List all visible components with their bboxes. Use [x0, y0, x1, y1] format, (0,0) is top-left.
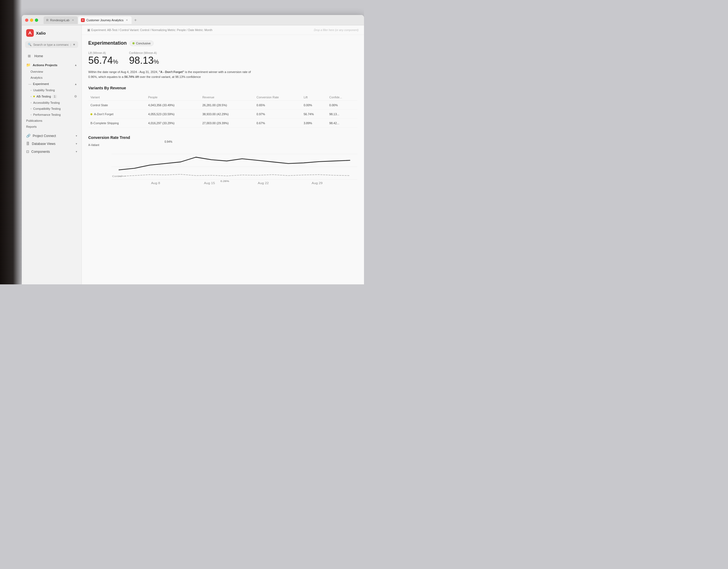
search-input[interactable] — [33, 43, 69, 46]
lift-value: 56.74% — [88, 56, 118, 65]
maximize-button[interactable] — [35, 19, 38, 22]
ab-testing-badge: 1 — [53, 95, 57, 98]
experimentation-title: Experimentation — [88, 40, 127, 46]
row2-confidence: 98.42... — [327, 119, 357, 128]
tab-label-rondesign: RondesignLab — [50, 19, 69, 22]
variants-section-title: Variants By Revenue — [88, 86, 357, 90]
experiment-section-label: Experiment — [33, 82, 49, 86]
app-name: Xalio — [36, 31, 46, 35]
winner-dot — [90, 113, 92, 115]
home-icon: ⊞ — [28, 54, 32, 58]
tab-favicon-analytics: X — [81, 18, 85, 22]
performance-testing-label: Performance Testing — [33, 113, 61, 116]
row0-variant: Control State — [88, 101, 146, 110]
collapse-dash-icon: — — [28, 82, 31, 86]
app-logo-icon — [26, 29, 34, 37]
sidebar-item-reports[interactable]: Reports — [22, 124, 81, 130]
bookmark-icon: ★ — [73, 43, 75, 46]
sidebar-item-ab-testing[interactable]: • AB-Testing 1 ⚙ — [22, 93, 81, 100]
tab-close-analytics[interactable]: ✕ — [125, 18, 129, 22]
tab-rondesign[interactable]: R RondesignLab ✕ — [44, 16, 78, 24]
confidence-unit: % — [154, 58, 159, 65]
projects-actions-label: Actions Projects — [33, 63, 57, 67]
desc-winner: "A - Don't Forget" — [159, 70, 184, 74]
sidebar-item-usability[interactable]: • Usability Testing — [22, 87, 81, 93]
row0-people: 4,043,356 (33.49%) — [146, 101, 200, 110]
usability-testing-label: Usability Testing — [33, 89, 55, 92]
title-bar: R RondesignLab ✕ X Customer Journey Anal… — [22, 15, 364, 25]
experiment-section-header[interactable]: — Experiment ▲ — [22, 81, 81, 87]
sidebar-item-accessibility[interactable]: • Accessibility Testing — [22, 100, 81, 106]
sidebar-item-database-views[interactable]: 🗄 Database Views ▾ — [22, 140, 81, 148]
row2-conversion: 0.67% — [254, 119, 302, 128]
content-area: Experimentation Conclusive Lift (Winner-… — [82, 35, 364, 284]
lift-unit: % — [113, 58, 118, 65]
search-icon: 🔍 — [28, 43, 32, 46]
main-content: ▣ Experiment: AB-Test / Control Variant:… — [82, 25, 364, 284]
minimize-button[interactable] — [30, 19, 33, 22]
bullet-accessibility: • — [31, 101, 32, 104]
sidebar-item-compatibility[interactable]: • Compatibility Testing — [22, 106, 81, 112]
filter-drop-hint: Drop a filter here (or any component) — [314, 29, 359, 32]
overview-label: Overview — [31, 70, 43, 73]
projects-arrow-icon: ▲ — [74, 63, 77, 66]
svg-text:Aug 15: Aug 15 — [204, 181, 215, 185]
svg-text:0.26%: 0.26% — [220, 180, 229, 182]
search-bar[interactable]: 🔍 | ★ — [25, 41, 78, 48]
tab-icon-rondesign: R — [46, 19, 48, 22]
chart-area: Conversion Rate Trend A-Vatiant 0.94% — [88, 135, 357, 187]
col-conversion: Conversion Rate — [254, 94, 302, 101]
sidebar-item-overview[interactable]: Overview — [22, 69, 81, 75]
experimentation-header: Experimentation Conclusive — [88, 40, 357, 46]
sidebar-item-components[interactable]: ⊡ Components ▾ — [22, 148, 81, 156]
chart-title: Conversion Rate Trend — [88, 135, 357, 140]
bullet-ab: • — [31, 95, 32, 98]
close-button[interactable] — [25, 19, 28, 22]
sidebar-item-analytics[interactable]: Analytics — [22, 75, 81, 81]
stat-confidence: Confidence (Winner-A) 98.13% — [129, 51, 159, 65]
chart-high-value: 0.94% — [165, 140, 172, 143]
breadcrumb-icon: ▣ — [87, 28, 90, 32]
sidebar-logo: Xalio — [22, 25, 81, 39]
tab-analytics[interactable]: X Customer Journey Analytics ✕ — [78, 16, 132, 24]
tab-close-rondesign[interactable]: ✕ — [71, 18, 75, 22]
experiment-arrow-icon: ▲ — [74, 83, 77, 86]
desc-confidence: over the control variant, at 98.13% conf… — [140, 75, 201, 78]
col-people: People — [146, 94, 200, 101]
row1-confidence: 98.13... — [327, 110, 357, 119]
row1-conversion: 0.97% — [254, 110, 302, 119]
sidebar-item-home[interactable]: ⊞ Home — [23, 52, 80, 60]
row2-revenue: 27,003.00 (29.39%) — [200, 119, 254, 128]
conclusive-dot — [132, 42, 135, 44]
tab-label-analytics: Customer Journey Analytics — [86, 19, 123, 22]
row1-lift: 56.74% — [301, 110, 327, 119]
row2-people: 4,016,297 (33.29%) — [146, 119, 200, 128]
reports-label: Reports — [26, 125, 37, 128]
gear-icon[interactable]: ⚙ — [74, 95, 77, 98]
col-variant: Variant — [88, 94, 146, 101]
confidence-value: 98.13% — [129, 56, 159, 65]
sidebar-item-publications[interactable]: Publications — [22, 118, 81, 124]
experiment-description: Within the date range of Aug 4, 2024 - A… — [88, 70, 252, 79]
components-arrow: ▾ — [76, 150, 77, 153]
conclusive-badge: Conclusive — [129, 41, 154, 46]
sidebar-item-performance[interactable]: • Performance Testing — [22, 112, 81, 118]
col-confidence: Confide... — [327, 94, 357, 101]
accessibility-testing-label: Accessibility Testing — [33, 101, 60, 104]
desc-line1: Within the date range of Aug 4, 2024 - A… — [88, 70, 158, 74]
stat-lift: Lift (Winner-A) 56.74% — [88, 51, 118, 65]
database-views-label: Database Views — [32, 142, 56, 146]
publications-label: Publications — [26, 119, 42, 122]
table-row: A-Don't Forget 4,055,523 (33.59%) 38,933… — [88, 110, 357, 119]
desc-lift-value: 56.74% lift — [124, 75, 139, 78]
breadcrumb: ▣ Experiment: AB-Test / Control Variant:… — [82, 25, 364, 35]
variants-table: Variant People Revenue Conversion Rate L… — [88, 94, 357, 128]
new-tab-button[interactable]: + — [132, 17, 139, 23]
projects-actions-header[interactable]: 📁 Actions Projects ▲ — [22, 61, 81, 69]
ab-testing-active-dot — [33, 96, 35, 97]
row0-conversion: 0.65% — [254, 101, 302, 110]
row1-revenue: 38,933.00 (42.29%) — [200, 110, 254, 119]
row0-confidence: 0.00% — [327, 101, 357, 110]
sidebar-item-project-connect[interactable]: 🔗 Project Connect ▾ — [22, 132, 81, 140]
project-connect-icon: 🔗 — [26, 134, 31, 138]
